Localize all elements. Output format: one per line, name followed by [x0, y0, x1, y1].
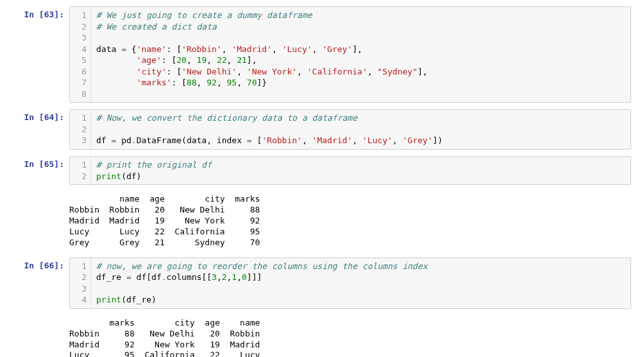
line-gutter: 1 2 3 [70, 110, 91, 149]
cell-66-output: marks city age name Robbin 88 New Delhi … [13, 315, 631, 357]
prompt-label: In [64]: [13, 109, 69, 150]
code-content[interactable]: # print the original df print(df) [91, 157, 631, 184]
prompt-label: In [66]: [13, 257, 69, 309]
code-content[interactable]: # now, we are going to reorder the colum… [91, 258, 631, 308]
cell-63: In [63]: 1 2 3 4 5 6 7 8 # We just going… [13, 6, 631, 103]
output-text: marks city age name Robbin 88 New Delhi … [64, 315, 631, 357]
prompt-label: In [65]: [13, 156, 69, 185]
code-input[interactable]: 1 2 3 # Now, we convert the dictionary d… [69, 109, 631, 150]
line-gutter: 1 2 [70, 157, 91, 184]
cell-65-output: name age city marks Robbin Robbin 20 New… [13, 191, 631, 250]
output-prompt [13, 315, 64, 357]
cell-66: In [66]: 1 2 3 4 # now, we are going to … [13, 257, 631, 309]
prompt-label: In [63]: [13, 6, 69, 103]
code-input[interactable]: 1 2 # print the original df print(df) [69, 156, 631, 185]
code-input[interactable]: 1 2 3 4 5 6 7 8 # We just going to creat… [69, 6, 631, 103]
output-prompt [13, 191, 64, 250]
output-text: name age city marks Robbin Robbin 20 New… [64, 191, 631, 250]
cell-65: In [65]: 1 2 # print the original df pri… [13, 156, 631, 185]
code-content[interactable]: # We just going to create a dummy datafr… [91, 7, 631, 102]
line-gutter: 1 2 3 4 5 6 7 8 [70, 7, 91, 102]
code-content[interactable]: # Now, we convert the dictionary data to… [91, 110, 631, 149]
code-input[interactable]: 1 2 3 4 # now, we are going to reorder t… [69, 257, 631, 309]
line-gutter: 1 2 3 4 [70, 258, 91, 308]
cell-64: In [64]: 1 2 3 # Now, we convert the dic… [13, 109, 631, 150]
